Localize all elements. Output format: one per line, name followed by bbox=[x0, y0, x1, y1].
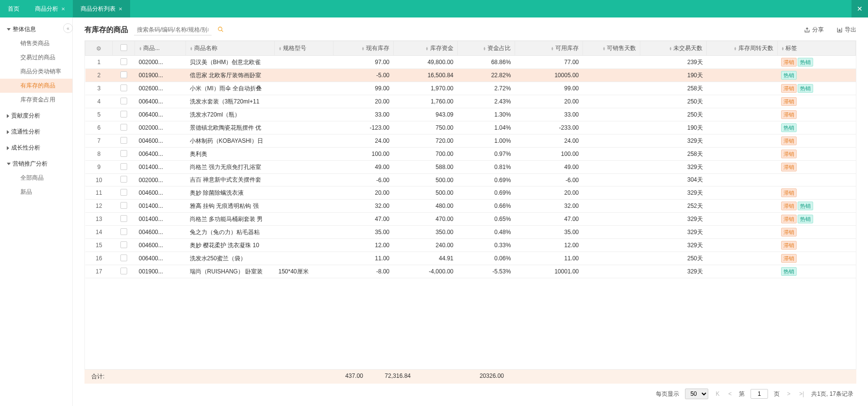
export-button[interactable]: 导出 bbox=[836, 26, 856, 34]
column-label: 商品... bbox=[143, 44, 160, 52]
totals-bar: 合计: 437.00 72,316.84 20326.00 bbox=[84, 370, 856, 384]
column-header-avail[interactable]: ▲▼可用库存 bbox=[515, 41, 583, 56]
search-input[interactable] bbox=[134, 24, 212, 35]
row-checkbox[interactable] bbox=[120, 137, 127, 144]
sidebar-item[interactable]: 销售类商品 bbox=[0, 36, 72, 51]
menu-group-title[interactable]: 整体信息 bbox=[0, 22, 72, 36]
column-header-name[interactable]: ▲▼商品名称 bbox=[186, 41, 275, 56]
cell-capital: 750.00 bbox=[393, 121, 457, 135]
pagesize-label: 每页显示 bbox=[656, 390, 679, 398]
pager-page-input[interactable] bbox=[751, 389, 768, 399]
collapse-sidebar-button[interactable]: « bbox=[63, 23, 73, 33]
table-row[interactable]: 3002600...小米（MI）雨伞 全自动折叠99.001,970.002.7… bbox=[85, 82, 856, 95]
table-row[interactable]: 15004600...奥妙 樱花柔护 洗衣凝珠 1012.00240.000.3… bbox=[85, 239, 856, 252]
row-index: 15 bbox=[85, 239, 113, 252]
column-header-tags[interactable]: ▲▼标签 bbox=[777, 41, 855, 56]
row-check-cell bbox=[113, 252, 135, 265]
cell-code: 006400... bbox=[135, 95, 186, 108]
row-checkbox[interactable] bbox=[120, 202, 127, 209]
table-row[interactable]: 4006400...洗发水套装（3瓶720ml+1120.001,760.002… bbox=[85, 95, 856, 108]
row-checkbox[interactable] bbox=[120, 98, 127, 104]
sidebar-item[interactable]: 新品 bbox=[0, 185, 72, 199]
sidebar-item[interactable]: 交易过的商品 bbox=[0, 51, 72, 65]
table-row[interactable]: 6002000...景德镇北欧陶瓷花瓶摆件 优-123.00750.001.04… bbox=[85, 121, 856, 135]
pager-first-button[interactable]: K bbox=[714, 390, 721, 397]
row-checkbox[interactable] bbox=[120, 58, 127, 65]
column-header-turnover[interactable]: ▲▼库存周转天数 bbox=[707, 41, 777, 56]
table-row[interactable]: 14004600...兔之力（兔の力）粘毛器粘35.00350.000.48%3… bbox=[85, 226, 856, 239]
row-checkbox[interactable] bbox=[120, 215, 127, 222]
row-checkbox[interactable] bbox=[120, 241, 127, 248]
row-checkbox[interactable] bbox=[120, 189, 127, 196]
row-checkbox[interactable] bbox=[120, 163, 127, 170]
row-checkbox[interactable] bbox=[120, 124, 127, 131]
status-tag: 滞销 bbox=[781, 150, 797, 158]
share-button[interactable]: 分享 bbox=[804, 26, 824, 34]
cell-turnover bbox=[707, 56, 777, 69]
table-row[interactable]: 16006400...洗发水250蜜兰（袋）11.0044.910.06%11.… bbox=[85, 252, 856, 265]
row-checkbox[interactable] bbox=[120, 228, 127, 235]
status-tag: 滞销 bbox=[781, 241, 797, 250]
menu-group-title[interactable]: 营销推广分析 bbox=[0, 157, 72, 171]
table-row[interactable]: 11004600...奥妙 除菌除螨洗衣液20.00500.000.69%20.… bbox=[85, 186, 856, 200]
table-row[interactable]: 9001400...尚格兰 强力无痕免打孔浴室49.00588.000.81%4… bbox=[85, 161, 856, 174]
cell-nodeal: 304天 bbox=[640, 174, 707, 186]
tab-home[interactable]: 首页 bbox=[0, 0, 27, 17]
column-header-saledays[interactable]: ▲▼可销售天数 bbox=[583, 41, 640, 56]
row-checkbox[interactable] bbox=[120, 150, 127, 157]
status-tag: 滞销 bbox=[781, 110, 797, 119]
menu-group-title[interactable]: 贡献度分析 bbox=[0, 109, 72, 123]
search-icon[interactable] bbox=[217, 26, 224, 34]
tab-analysis-list[interactable]: 商品分析列表 ✕ bbox=[73, 0, 130, 17]
table-row[interactable]: 13001400...尚格兰 多功能马桶刷套装 男47.00470.000.65… bbox=[85, 213, 856, 226]
table-row[interactable]: 8006400...奥利奥100.00700.000.97%100.00258天… bbox=[85, 148, 856, 161]
cell-turnover bbox=[707, 135, 777, 148]
table-row[interactable]: 17001900...瑞尚（RUISHANG） 卧室装150*40厘米-8.00… bbox=[85, 265, 856, 278]
column-header-ratio[interactable]: ▲▼资金占比 bbox=[457, 41, 515, 56]
sidebar-item[interactable]: 库存资金占用 bbox=[0, 93, 72, 107]
row-checkbox[interactable] bbox=[120, 176, 127, 183]
tabbar-close-button[interactable]: ✕ bbox=[851, 0, 868, 17]
row-checkbox[interactable] bbox=[120, 268, 127, 274]
column-header-nodeal[interactable]: ▲▼未交易天数 bbox=[640, 41, 707, 56]
menu-group-title[interactable]: 成长性分析 bbox=[0, 141, 72, 155]
sidebar: « 整体信息销售类商品交易过的商品商品分类动销率有库存的商品库存资金占用贡献度分… bbox=[0, 17, 73, 406]
pager-prev-button[interactable]: < bbox=[727, 390, 733, 397]
status-tag: 热销 bbox=[798, 84, 813, 93]
cell-tags: 滞销 bbox=[777, 135, 855, 148]
sidebar-item[interactable]: 有库存的商品 bbox=[0, 79, 72, 93]
table-row[interactable]: 5006400...洗发水720ml（瓶）33.00943.091.30%33.… bbox=[85, 108, 856, 121]
pager-last-button[interactable]: >| bbox=[798, 390, 805, 397]
column-header-capital[interactable]: ▲▼库存资金 bbox=[393, 41, 457, 56]
close-icon[interactable]: ✕ bbox=[118, 6, 122, 12]
table-row[interactable]: 10002000...吉百 禅意新中式玄关摆件套-6.00500.000.69%… bbox=[85, 174, 856, 186]
sidebar-item[interactable]: 全部商品 bbox=[0, 171, 72, 185]
pager-next-button[interactable]: > bbox=[785, 390, 792, 397]
row-index: 8 bbox=[85, 148, 113, 161]
row-checkbox[interactable] bbox=[120, 111, 127, 118]
tab-label: 商品分析列表 bbox=[81, 5, 116, 13]
cell-code: 001400... bbox=[135, 200, 186, 213]
cell-name: 景德镇北欧陶瓷花瓶摆件 优 bbox=[186, 121, 275, 135]
menu-group-title[interactable]: 流通性分析 bbox=[0, 125, 72, 139]
column-header-stock[interactable]: ▲▼现有库存 bbox=[334, 41, 394, 56]
close-icon[interactable]: ✕ bbox=[61, 6, 65, 12]
cell-spec: 150*40厘米 bbox=[275, 265, 334, 278]
cell-name: 洗发水250蜜兰（袋） bbox=[186, 252, 275, 265]
pagesize-select[interactable]: 50 bbox=[685, 389, 708, 399]
sidebar-item[interactable]: 商品分类动销率 bbox=[0, 65, 72, 79]
table-row[interactable]: 12001400...雅高 挂钩 无痕透明粘钩 强32.00480.000.66… bbox=[85, 200, 856, 213]
row-checkbox[interactable] bbox=[120, 254, 127, 261]
tab-analysis[interactable]: 商品分析 ✕ bbox=[27, 0, 73, 17]
table-row[interactable]: 1002000...贝汉美（BHM）创意北欧雀97.0049,800.0068.… bbox=[85, 56, 856, 69]
row-checkbox[interactable] bbox=[120, 71, 127, 78]
row-checkbox[interactable] bbox=[120, 85, 127, 91]
select-all-checkbox[interactable] bbox=[120, 44, 127, 51]
column-header-code[interactable]: ▲▼商品... bbox=[135, 41, 186, 56]
table-row[interactable]: 7004600...小林制药（KOBAYASHI）日24.00720.001.0… bbox=[85, 135, 856, 148]
gear-icon[interactable]: ⚙ bbox=[96, 45, 101, 52]
chevron-right-icon bbox=[7, 146, 9, 150]
table-row[interactable]: 2001900...倍思家 北欧客厅装饰画卧室-5.0016,500.8422.… bbox=[85, 69, 856, 82]
cell-tags: 滞销 bbox=[777, 226, 855, 239]
column-header-spec[interactable]: ▲▼规格型号 bbox=[275, 41, 334, 56]
